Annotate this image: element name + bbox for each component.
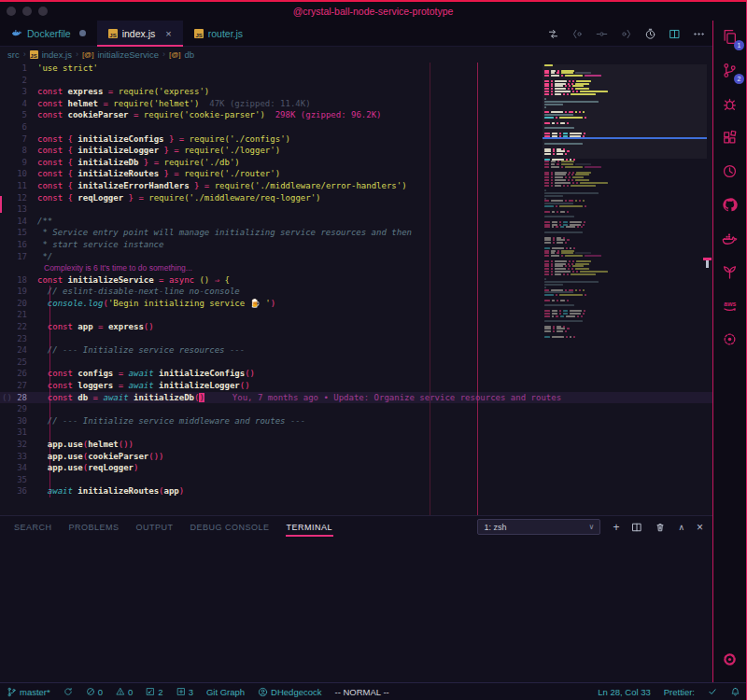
overview-ruler-cursor-marker xyxy=(703,258,712,268)
added-icon xyxy=(176,687,186,696)
terminal-shell-select[interactable]: 1: zsh ∨ xyxy=(477,519,600,535)
editor-tab-router.js[interactable]: JSrouter.js xyxy=(183,21,254,46)
line-number: 28() xyxy=(0,392,37,404)
title-bar: @crystal-ball-node-service-prototype xyxy=(0,2,746,21)
activity-item-manage[interactable] xyxy=(722,651,740,669)
breadcrumb-item-index.js[interactable]: index.js xyxy=(42,49,72,60)
branch-icon xyxy=(7,687,17,697)
line-number: 29 xyxy=(0,403,37,415)
js-file-icon: JS xyxy=(194,29,204,38)
symbol-icon: [@] xyxy=(82,50,94,59)
breadcrumb-item-src[interactable]: src xyxy=(7,49,20,60)
line-number: 23 xyxy=(0,333,37,345)
line-number: 3 xyxy=(0,86,37,98)
panel-tab-search[interactable]: SEARCH xyxy=(13,519,53,536)
activity-item-extensions[interactable] xyxy=(722,130,740,147)
compare-changes-icon[interactable] xyxy=(547,28,559,40)
status-2[interactable]: 2 xyxy=(139,683,169,700)
maximize-panel-button[interactable]: ∧ xyxy=(678,523,684,532)
status-sync[interactable] xyxy=(57,683,79,700)
activity-item-explorer[interactable]: 1 xyxy=(722,29,740,47)
line-number: 30 xyxy=(0,415,37,427)
line-number: 8 xyxy=(0,145,37,157)
badge: 2 xyxy=(734,74,744,84)
status-0[interactable]: 0 xyxy=(109,683,139,700)
minimap[interactable] xyxy=(543,64,707,515)
line-number: 6 xyxy=(0,121,37,133)
check-icon xyxy=(708,687,717,696)
line-number: 33 xyxy=(0,451,37,463)
panel-tab-output[interactable]: OUTPUT xyxy=(135,519,175,536)
close-panel-button[interactable]: × xyxy=(697,521,703,534)
chevron-right-icon: › xyxy=(162,49,165,59)
line-number: 36 xyxy=(0,485,37,497)
line-number: 34 xyxy=(0,462,37,474)
status--normal-[interactable]: -- NORMAL -- xyxy=(329,683,396,700)
chevron-right-icon: › xyxy=(76,49,78,59)
modified-icon xyxy=(146,687,155,696)
status-prettier-[interactable]: Prettier: xyxy=(657,687,701,697)
status-dhedgecock[interactable]: DHedgecock xyxy=(251,683,328,700)
line-number: 31 xyxy=(0,427,37,439)
line-number: 20 xyxy=(0,298,37,310)
activity-item-aws[interactable]: aws xyxy=(722,298,740,315)
line-number: 9 xyxy=(0,157,37,169)
editor-tab-dockerfile[interactable]: Dockerfile xyxy=(0,21,97,46)
breadcrumb-item-initializeService[interactable]: initializeService xyxy=(97,49,158,60)
line-number: 18 xyxy=(0,274,37,287)
timer-icon[interactable] xyxy=(644,28,656,40)
line-number: 27 xyxy=(0,380,37,392)
current-change-icon[interactable] xyxy=(596,28,608,40)
editor-tab-index.js[interactable]: JSindex.js× xyxy=(97,21,183,46)
status-ln-28-col-33[interactable]: Ln 28, Col 33 xyxy=(591,687,657,697)
activity-item-source-control[interactable]: 2 xyxy=(722,63,740,80)
status-git-graph[interactable]: Git Graph xyxy=(200,683,251,700)
line-number: 13 xyxy=(0,203,37,216)
more-actions-icon[interactable] xyxy=(693,28,705,40)
panel-tab-debug-console[interactable]: DEBUG CONSOLE xyxy=(190,519,271,536)
tab-label: Dockerfile xyxy=(27,28,71,39)
line-number: 4 xyxy=(0,98,37,110)
editor-actions xyxy=(547,21,705,47)
svg-text:aws: aws xyxy=(724,301,736,307)
minimap-viewport[interactable] xyxy=(543,64,707,159)
line-number: 1 xyxy=(0,63,37,75)
activity-item-history[interactable] xyxy=(722,163,740,181)
shell-select-value: 1: zsh xyxy=(484,523,506,532)
activity-item-docker[interactable] xyxy=(722,231,740,248)
line-number: 21 xyxy=(0,309,37,321)
status-3[interactable]: 3 xyxy=(170,683,200,700)
breadcrumb[interactable]: src›JSindex.js›[@]initializeService›[@]d… xyxy=(0,47,712,62)
status-check[interactable] xyxy=(701,687,724,696)
kill-terminal-button[interactable] xyxy=(655,522,666,533)
new-terminal-button[interactable]: + xyxy=(613,521,619,534)
person-icon xyxy=(258,687,268,697)
prev-change-icon[interactable] xyxy=(571,28,584,40)
activity-item-foliage[interactable] xyxy=(722,264,740,282)
panel-tab-problems[interactable]: PROBLEMS xyxy=(68,519,120,536)
activity-item-settings-ring[interactable] xyxy=(722,331,740,349)
vscode-window: @crystal-ball-node-service-prototype Doc… xyxy=(0,0,747,700)
line-number: 5 xyxy=(0,109,37,121)
activity-item-github[interactable] xyxy=(722,197,740,215)
breadcrumb-item-db[interactable]: db xyxy=(185,49,195,60)
status-0[interactable]: 0 xyxy=(79,683,109,700)
split-terminal-button[interactable] xyxy=(631,522,642,533)
next-change-icon[interactable] xyxy=(620,28,632,40)
modified-dot-icon xyxy=(79,30,86,36)
line-number: 16 xyxy=(0,239,37,251)
tab-label: router.js xyxy=(208,28,243,39)
line-number: 24 xyxy=(0,344,37,357)
symbol-icon: [@] xyxy=(169,50,181,59)
line-number: 32 xyxy=(0,439,37,451)
code-editor[interactable]: 1'use strict'23const express = require('… xyxy=(0,63,712,515)
close-icon[interactable]: × xyxy=(165,28,171,39)
split-editor-icon[interactable] xyxy=(669,28,681,40)
status-bar: master*0023Git GraphDHedgecock-- NORMAL … xyxy=(0,682,747,700)
status-bell[interactable] xyxy=(724,687,747,697)
activity-item-debug[interactable] xyxy=(722,96,740,114)
panel-tab-terminal[interactable]: TERMINAL xyxy=(286,519,334,536)
line-number: 14 xyxy=(0,216,37,228)
tab-label: index.js xyxy=(122,28,156,39)
status-master-[interactable]: master* xyxy=(0,683,57,700)
